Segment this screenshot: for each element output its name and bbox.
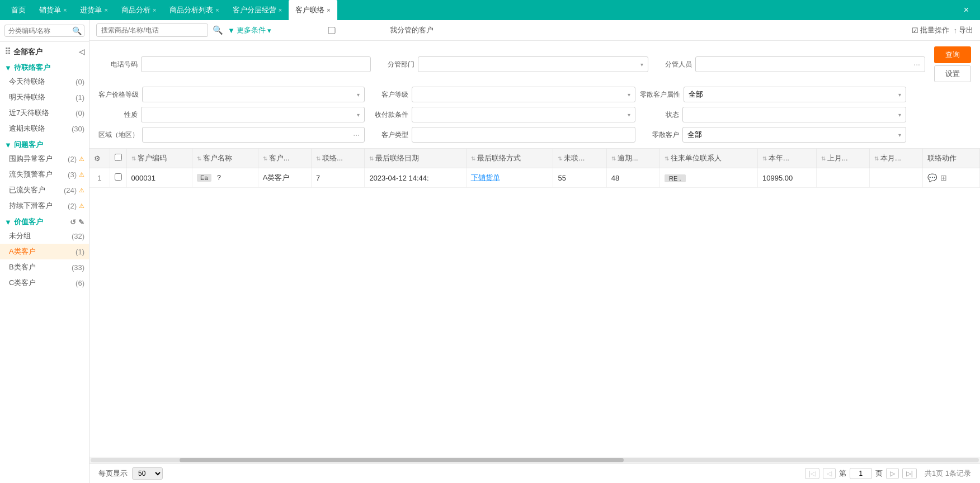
region-select[interactable]: ··· (142, 127, 365, 143)
sidebar-item-class-c[interactable]: C类客户 (6) (0, 275, 89, 291)
th-this-month: ⇅ 本月... (870, 149, 923, 168)
page-next-button[interactable]: ▷ (886, 468, 899, 479)
contact-action-icon[interactable]: 💬 (927, 173, 937, 182)
batch-operation-button[interactable]: ☑ 批量操作 (912, 25, 949, 35)
row-checkbox-cell[interactable] (110, 168, 126, 188)
th-checkbox[interactable] (110, 149, 126, 168)
scrollbar-thumb[interactable] (180, 458, 624, 462)
nature-select[interactable]: ▾ (141, 107, 365, 122)
all-customers-header[interactable]: ⠿ 全部客户 ◁ (0, 42, 89, 59)
th-method-sort-icon[interactable]: ⇅ (471, 155, 475, 162)
region-dots-icon[interactable]: ··· (353, 130, 360, 139)
close-product-analysis-icon[interactable]: × (153, 7, 156, 13)
my-customers-checkbox-container[interactable]: 我分管的客户 (276, 25, 434, 35)
column-settings-icon[interactable]: ⚙ (94, 154, 101, 163)
horizontal-scrollbar[interactable] (89, 457, 980, 463)
my-customers-checkbox[interactable] (276, 27, 388, 34)
class-b-count: (33) (72, 263, 84, 272)
close-purchase-icon[interactable]: × (104, 7, 107, 13)
select-all-checkbox[interactable] (115, 154, 122, 161)
close-customer-tier-icon[interactable]: × (279, 7, 282, 13)
close-product-list-icon[interactable]: × (215, 7, 219, 13)
customer-type-select[interactable] (412, 127, 635, 143)
pending-contact-label: 待联络客户 (14, 63, 50, 73)
page-input[interactable]: 1 (850, 468, 872, 479)
nav-product-analysis[interactable]: 商品分析 × (115, 0, 163, 20)
sidebar-item-tomorrow[interactable]: 明天待联络 (1) (0, 89, 89, 105)
manager-dots-icon[interactable]: ··· (913, 60, 920, 69)
refresh-icon[interactable]: ↺ (70, 218, 76, 226)
sidebar-item-class-b[interactable]: B类客户 (33) (0, 259, 89, 275)
customer-grade-select[interactable]: ▾ (412, 87, 635, 102)
collapse-sidebar-icon[interactable]: ◁ (79, 48, 84, 56)
th-person-sort-icon[interactable]: ⇅ (665, 155, 669, 162)
nav-customer-contact[interactable]: 客户联络 × (289, 0, 337, 20)
th-this-month-sort-icon[interactable]: ⇅ (874, 155, 879, 162)
page-prev-button[interactable]: ◁ (823, 468, 836, 479)
th-last-date-sort-icon[interactable]: ⇅ (369, 155, 374, 162)
row-checkbox[interactable] (115, 173, 122, 181)
manager-select[interactable]: ··· (695, 56, 925, 72)
more-filters-button[interactable]: ▼ 更多条件 ▾ (228, 25, 271, 35)
row-actions: 💬 ⊞ (923, 168, 980, 188)
th-category-sort-icon[interactable]: ⇅ (263, 155, 267, 162)
contact-person-tag: RE . (665, 174, 685, 182)
sidebar-item-churn-warning[interactable]: 流失预警客户 (3) ⚠ (0, 167, 89, 182)
nav-purchase[interactable]: 进货单 × (73, 0, 114, 20)
th-last-month-sort-icon[interactable]: ⇅ (821, 155, 826, 162)
th-code-sort-icon[interactable]: ⇅ (131, 155, 136, 162)
th-person-label: 往来单位联系人 (671, 153, 722, 163)
payment-select[interactable]: ▾ (412, 107, 635, 122)
sidebar-item-class-a[interactable]: A类客户 (1) (0, 244, 89, 259)
problem-customers-group: ▼ 问题客户 (0, 136, 89, 151)
export-button[interactable]: ↑ 导出 (954, 25, 974, 35)
more-action-icon[interactable]: ⊞ (940, 173, 947, 182)
phone-input[interactable] (141, 56, 371, 72)
batch-op-label: 批量操作 (920, 25, 949, 35)
last-contact-method[interactable]: 下销货单 (466, 168, 553, 188)
scrollbar-track[interactable] (91, 458, 979, 462)
retail-attr-select[interactable]: 全部 ▾ (684, 87, 906, 102)
th-settings[interactable]: ⚙ (89, 149, 110, 168)
sidebar-item-churned[interactable]: 已流失客户 (24) ⚠ (0, 182, 89, 198)
th-year-sort-icon[interactable]: ⇅ (762, 155, 767, 162)
sidebar-item-hoarding[interactable]: 囤购异常客户 (2) ⚠ (0, 151, 89, 167)
dept-select[interactable]: ▾ (418, 56, 648, 72)
status-select[interactable]: ▾ (682, 107, 906, 122)
sidebar-item-overdue[interactable]: 逾期未联络 (30) (0, 121, 89, 136)
tomorrow-label: 明天待联络 (9, 92, 45, 102)
7days-label: 近7天待联络 (9, 108, 49, 118)
sidebar-item-7days[interactable]: 近7天待联络 (0) (0, 105, 89, 121)
last-contact-date: 2023-04-12 14:44: (365, 168, 466, 188)
retail-customer-select[interactable]: 全部 ▾ (682, 127, 906, 143)
th-overdue-sort-icon[interactable]: ⇅ (611, 155, 616, 162)
close-customer-contact-icon[interactable]: × (327, 7, 330, 13)
nav-home[interactable]: 首页 (4, 0, 32, 20)
sidebar-item-unclassified[interactable]: 未分组 (32) (0, 228, 89, 244)
th-contact-count-sort-icon[interactable]: ⇅ (316, 155, 321, 162)
th-no-contact-sort-icon[interactable]: ⇅ (558, 155, 562, 162)
nav-product-list[interactable]: 商品分析列表 × (163, 0, 225, 20)
search-button[interactable]: 🔍 (213, 25, 223, 35)
sidebar-item-today[interactable]: 今天待联络 (0) (0, 74, 89, 89)
settings-button[interactable]: 设置 (934, 65, 971, 82)
group-expand-icon[interactable]: ▼ (4, 64, 12, 72)
value-expand-icon[interactable]: ▼ (4, 218, 12, 226)
nav-customer-tier[interactable]: 客户分层经营 × (226, 0, 289, 20)
close-all-button[interactable]: × (957, 5, 976, 15)
sidebar-search-icon[interactable]: 🔍 (72, 26, 82, 35)
contact-method-link[interactable]: 下销货单 (471, 173, 500, 182)
page-first-button[interactable]: |◁ (805, 468, 819, 479)
content-area: 🔍 ▼ 更多条件 ▾ 我分管的客户 ☑ 批量操作 ↑ 导出 (89, 20, 980, 483)
search-input[interactable] (96, 23, 208, 37)
page-last-button[interactable]: ▷| (902, 468, 917, 479)
per-page-select[interactable]: 50 100 200 (132, 467, 163, 480)
price-grade-select[interactable]: ▾ (142, 87, 365, 102)
edit-group-icon[interactable]: ✎ (78, 218, 84, 226)
nav-sales[interactable]: 销货单 × (32, 0, 73, 20)
sidebar-item-declining[interactable]: 持续下滑客户 (2) ⚠ (0, 198, 89, 214)
th-name-sort-icon[interactable]: ⇅ (197, 155, 201, 162)
query-button[interactable]: 查询 (934, 46, 971, 63)
problem-expand-icon[interactable]: ▼ (4, 141, 12, 149)
close-sales-icon[interactable]: × (63, 7, 67, 13)
